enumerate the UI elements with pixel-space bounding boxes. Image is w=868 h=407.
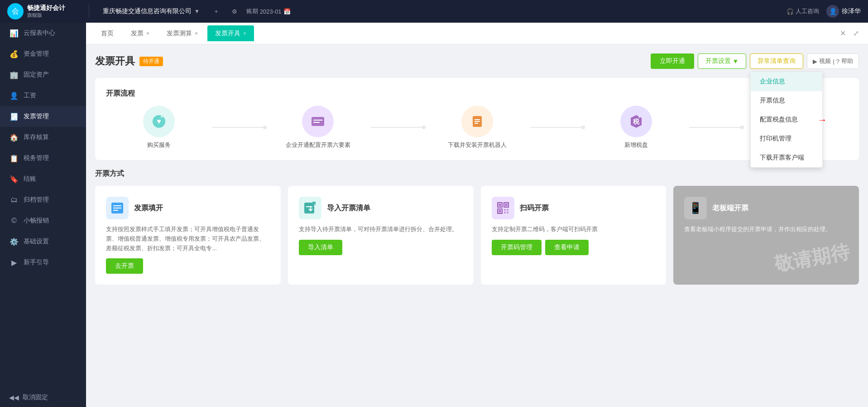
sidebar-item-inventory[interactable]: 🏠 库存核算 <box>0 127 86 148</box>
video-btn[interactable]: ▶ 视频 | ? 帮助 <box>807 53 859 69</box>
sidebar-label: 云报表中心 <box>24 29 55 37</box>
sidebar: 📊 云报表中心 💰 资金管理 🏢 固定资产 👤 工资 🧾 发票管理 <box>0 23 86 407</box>
company-selector[interactable]: 重庆畅捷交通信息咨询有限公司 ▼ <box>98 5 204 18</box>
tab-invoice-issue[interactable]: 发票开具 × <box>207 25 254 41</box>
activate-btn[interactable]: 立即开通 <box>651 53 694 69</box>
archive-icon: 🗂 <box>9 195 19 205</box>
tab-close-icon[interactable]: × <box>146 30 149 37</box>
methods-title: 开票方式 <box>95 169 859 179</box>
scan-btns: 开票码管理 查看申请 <box>492 240 656 255</box>
step-2-icon <box>302 106 334 137</box>
inventory-icon: 🏠 <box>9 132 19 142</box>
content-area: 首页 发票 × 发票测算 × 发票开具 × ✕ ⤢ <box>86 23 868 407</box>
tab-label: 发票测算 <box>167 29 192 38</box>
settings-icon[interactable]: ⚙ <box>228 5 241 18</box>
sidebar-label: 小畅报销 <box>24 217 49 225</box>
tab-label: 发票开具 <box>215 29 240 38</box>
svg-rect-27 <box>505 204 508 206</box>
sidebar-item-invoice[interactable]: 🧾 发票管理 <box>0 106 86 127</box>
tab-close-icon[interactable]: × <box>243 30 246 37</box>
scan-btn1[interactable]: 开票码管理 <box>492 240 542 255</box>
step-1-icon: ♥+ <box>143 106 175 137</box>
logo-text-area: 畅捷通好会计 旗舰版 <box>27 4 65 19</box>
dropdown-item-invoice-info[interactable]: 开票信息 <box>751 91 822 110</box>
tab-bar-right: ✕ ⤢ <box>838 27 861 39</box>
close-icon[interactable]: ✕ <box>838 27 848 39</box>
import-icon <box>299 197 321 219</box>
fill-title: 发票填开 <box>134 204 163 213</box>
top-bar: 会 畅捷通好会计 旗舰版 重庆畅捷交通信息咨询有限公司 ▼ ＋ ⚙ 账期 202… <box>0 0 868 23</box>
dropdown-item-company[interactable]: 企业信息 → <box>751 72 822 91</box>
tab-label: 首页 <box>101 29 114 38</box>
sidebar-item-archive[interactable]: 🗂 归档管理 <box>0 189 86 210</box>
import-btn[interactable]: 导入清单 <box>299 240 342 255</box>
step-2-label: 企业开通配置开票六要素 <box>286 141 350 149</box>
cancel-label: 取消固定 <box>23 393 48 402</box>
sidebar-item-fixed-assets[interactable]: 🏢 固定资产 <box>0 64 86 85</box>
app-name: 畅捷通好会计 <box>27 4 65 12</box>
fill-desc: 支持按照发票样式手工填开发票；可开具增值税电子普通发票、增值税普通发票、增值税专… <box>106 225 270 253</box>
fund-icon: 💰 <box>9 49 19 59</box>
calendar-icon[interactable]: 📅 <box>283 8 291 15</box>
play-icon: ▶ <box>813 58 817 65</box>
sidebar-item-account[interactable]: 🔖 结账 <box>0 169 86 189</box>
sidebar-label: 工资 <box>24 92 36 100</box>
dropdown-item-printer[interactable]: 打印机管理 <box>751 129 822 148</box>
sidebar-item-cloud-report[interactable]: 📊 云报表中心 <box>0 23 86 44</box>
sidebar-label: 基础设置 <box>24 237 49 246</box>
import-title: 导入开票清单 <box>327 204 370 213</box>
user-area[interactable]: 👤 徐泽华 <box>826 5 861 18</box>
settings-btn[interactable]: 开票设置 ▼ <box>698 53 747 69</box>
svg-rect-29 <box>504 209 506 211</box>
watermark: 敬请期待 <box>772 239 851 277</box>
tab-home[interactable]: 首页 <box>93 25 121 41</box>
workflow-section: 开票流程 ♥+ 购买服务 <box>95 78 859 160</box>
tab-label: 发票 <box>131 29 144 38</box>
support-btn[interactable]: 🎧 人工咨询 <box>786 7 819 15</box>
report-icon: © <box>9 216 19 226</box>
logo-icon: 会 <box>7 3 24 19</box>
sidebar-item-tax[interactable]: 📋 税务管理 <box>0 148 86 169</box>
sidebar-item-settings[interactable]: ⚙️ 基础设置 <box>0 231 86 252</box>
account-icon: 🔖 <box>9 174 19 184</box>
cancel-pin-btn[interactable]: ◀◀ 取消固定 <box>0 388 86 407</box>
sidebar-item-payroll[interactable]: 👤 工资 <box>0 85 86 106</box>
sidebar-item-guide[interactable]: ▶ 新手引导 <box>0 252 86 273</box>
fill-btn[interactable]: 去开票 <box>106 258 143 274</box>
tab-bar: 首页 发票 × 发票测算 × 发票开具 × ✕ ⤢ <box>86 23 868 44</box>
tab-invoice[interactable]: 发票 × <box>123 25 157 41</box>
dropdown-item-download-client[interactable]: 下载开票客户端 <box>751 148 822 167</box>
method-card-scan: 扫码开票 支持定制开票二维码，客户端可扫码开票 开票码管理 查看申请 <box>481 186 667 285</box>
method-card-import: 导入开票清单 支持导入待开票清单，可对待开票清单进行拆分、合并处理。 导入清单 <box>288 186 474 285</box>
headset-icon: 🎧 <box>786 8 794 15</box>
sidebar-item-fund[interactable]: 💰 资金管理 <box>0 44 86 64</box>
method-header: 导入开票清单 <box>299 197 463 219</box>
fullscreen-icon[interactable]: ⤢ <box>851 27 861 39</box>
workflow-title: 开票流程 <box>106 89 848 98</box>
scan-btn2[interactable]: 查看申请 <box>545 240 589 255</box>
svg-rect-30 <box>507 209 508 211</box>
boss-desc: 查看老板端小程序提交的开票申请，并作出相应的处理。 <box>684 225 848 234</box>
abnormal-btn[interactable]: 异常清单查询 <box>750 53 803 69</box>
user-name: 徐泽华 <box>842 7 861 15</box>
boss-icon: 📱 <box>684 197 707 219</box>
sidebar-item-report[interactable]: © 小畅报销 <box>0 210 86 231</box>
scan-desc: 支持定制开票二维码，客户端可扫码开票 <box>492 225 656 234</box>
page-title-area: 发票开具 待开通 <box>95 54 163 68</box>
sidebar-label: 归档管理 <box>24 196 49 204</box>
sidebar-label: 税务管理 <box>24 154 49 162</box>
add-company-btn[interactable]: ＋ <box>210 5 223 18</box>
dropdown-arrow-icon: ▼ <box>733 58 739 65</box>
svg-text:+: + <box>160 114 163 120</box>
tab-close-icon[interactable]: × <box>195 30 198 37</box>
methods-section-wrapper: 开票方式 发票填开 支持按照发票样式手工填开发票；可开具增值税电子普通发票、增值… <box>95 169 859 285</box>
svg-text:+: + <box>638 114 641 120</box>
scan-icon <box>492 197 514 219</box>
svg-rect-20 <box>304 203 314 213</box>
step-3-label: 下载并安装开票机器人 <box>448 141 507 149</box>
settings-label: 开票设置 <box>705 57 731 65</box>
method-header: 发票填开 <box>106 197 270 219</box>
dropdown-item-tax-config[interactable]: 配置税盘信息 <box>751 110 822 129</box>
tab-invoice-calc[interactable]: 发票测算 × <box>159 25 206 41</box>
sidebar-label: 库存核算 <box>24 133 49 141</box>
